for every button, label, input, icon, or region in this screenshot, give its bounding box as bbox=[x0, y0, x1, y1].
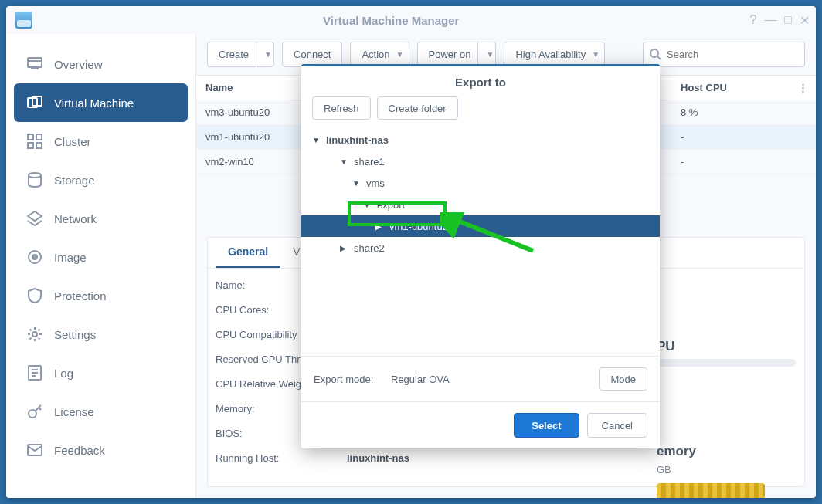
sidebar-label: Network bbox=[54, 212, 97, 225]
export-mode-label: Export mode: bbox=[314, 374, 391, 385]
chevron-down-icon: ▼ bbox=[352, 179, 363, 188]
storage-icon bbox=[26, 171, 43, 188]
prop-host-label: Running Host: bbox=[216, 452, 347, 464]
cluster-icon bbox=[26, 133, 43, 150]
minimize-button[interactable]: — bbox=[764, 13, 776, 28]
settings-icon bbox=[26, 326, 43, 343]
export-mode-value: Regular OVA bbox=[391, 374, 599, 385]
chevron-down-icon: ▼ bbox=[312, 136, 323, 144]
chevron-down-icon: ▼ bbox=[363, 201, 374, 209]
sidebar-item-image[interactable]: Image bbox=[6, 238, 195, 276]
sidebar-item-feedback[interactable]: Feedback bbox=[6, 431, 195, 469]
cpu-title: PU bbox=[657, 339, 796, 354]
sidebar-item-cluster[interactable]: Cluster bbox=[6, 122, 195, 161]
prop-host-value: linuxhint-nas bbox=[347, 452, 409, 464]
sidebar-label: Virtual Machine bbox=[54, 96, 134, 110]
chevron-right-icon: ▶ bbox=[375, 222, 386, 231]
tree-item-share2[interactable]: ▶share2 bbox=[301, 237, 660, 259]
chevron-right-icon: ▶ bbox=[340, 244, 351, 252]
svg-point-19 bbox=[650, 49, 658, 57]
sidebar-item-protection[interactable]: Protection bbox=[6, 276, 195, 315]
sidebar: Overview Virtual Machine Cluster Storage… bbox=[6, 34, 196, 498]
sidebar-label: Protection bbox=[54, 289, 107, 303]
sidebar-item-log[interactable]: Log bbox=[6, 353, 195, 392]
create-button[interactable]: Create bbox=[207, 42, 260, 67]
cancel-button[interactable]: Cancel bbox=[587, 413, 647, 438]
sidebar-item-virtual-machine[interactable]: Virtual Machine bbox=[14, 83, 188, 122]
maximize-button[interactable]: □ bbox=[784, 13, 792, 28]
cpu-bar bbox=[657, 359, 796, 367]
memory-strip-icon bbox=[657, 483, 765, 498]
svg-rect-7 bbox=[28, 143, 33, 148]
dialog-footer: Select Cancel bbox=[301, 402, 660, 448]
sidebar-item-network[interactable]: Network bbox=[6, 199, 195, 238]
memory-title: emory bbox=[657, 444, 796, 459]
sidebar-label: Overview bbox=[54, 58, 103, 71]
svg-line-20 bbox=[657, 56, 661, 59]
tree-item-export[interactable]: ▼export bbox=[301, 194, 660, 215]
tree-item-vms[interactable]: ▼vms bbox=[301, 172, 660, 194]
sidebar-item-overview[interactable]: Overview bbox=[6, 45, 195, 83]
svg-rect-8 bbox=[36, 143, 42, 148]
license-icon bbox=[26, 403, 43, 420]
sidebar-label: Log bbox=[54, 367, 73, 380]
sidebar-label: Storage bbox=[54, 174, 95, 187]
mode-button[interactable]: Mode bbox=[599, 367, 647, 391]
protection-icon bbox=[26, 287, 43, 304]
export-mode-row: Export mode: Regular OVA Mode bbox=[301, 356, 660, 402]
right-cards: PU emory GB bbox=[657, 339, 796, 498]
image-icon bbox=[26, 249, 43, 266]
tree-item-vm1[interactable]: ▶vm1-ubuntu20 bbox=[301, 215, 660, 237]
tree-item-share1[interactable]: ▼share1 bbox=[301, 151, 660, 172]
svg-point-12 bbox=[32, 332, 37, 337]
window-controls: ? — □ ✕ bbox=[749, 13, 810, 28]
column-menu-icon[interactable]: ⋮ bbox=[790, 76, 816, 100]
tab-general[interactable]: General bbox=[216, 238, 280, 268]
th-host-cpu[interactable]: Host CPU bbox=[671, 76, 790, 100]
sidebar-label: Settings bbox=[54, 328, 96, 341]
svg-rect-5 bbox=[28, 134, 33, 140]
chevron-down-icon: ▼ bbox=[396, 50, 404, 59]
sidebar-label: Image bbox=[54, 251, 87, 264]
svg-point-9 bbox=[29, 173, 41, 178]
select-button[interactable]: Select bbox=[514, 413, 579, 438]
chevron-down-icon: ▼ bbox=[340, 157, 351, 166]
svg-point-11 bbox=[32, 255, 37, 259]
close-button[interactable]: ✕ bbox=[800, 13, 810, 28]
titlebar: Virtual Machine Manager ? — □ ✕ bbox=[6, 6, 816, 34]
feedback-icon bbox=[26, 441, 43, 458]
search-icon bbox=[649, 48, 661, 60]
chevron-down-icon: ▼ bbox=[264, 50, 272, 59]
network-icon bbox=[26, 210, 43, 227]
sidebar-label: Feedback bbox=[54, 444, 105, 457]
sidebar-label: Cluster bbox=[54, 135, 91, 148]
create-folder-button[interactable]: Create folder bbox=[377, 96, 458, 120]
chevron-down-icon: ▼ bbox=[486, 50, 494, 59]
help-button[interactable]: ? bbox=[749, 13, 756, 28]
dialog-title: Export to bbox=[301, 66, 660, 96]
svg-rect-6 bbox=[36, 134, 42, 140]
folder-tree: ▼linuxhint-nas ▼share1 ▼vms ▼export ▶vm1… bbox=[301, 127, 660, 356]
sidebar-item-license[interactable]: License bbox=[6, 392, 195, 431]
sidebar-label: License bbox=[54, 405, 94, 418]
log-icon bbox=[26, 364, 43, 381]
sidebar-item-storage[interactable]: Storage bbox=[6, 161, 195, 199]
vm-icon bbox=[26, 94, 43, 111]
search-input[interactable] bbox=[643, 42, 805, 67]
refresh-button[interactable]: Refresh bbox=[312, 96, 371, 120]
tree-item-root[interactable]: ▼linuxhint-nas bbox=[301, 129, 660, 151]
sidebar-item-settings[interactable]: Settings bbox=[6, 315, 195, 353]
create-dropdown[interactable]: ▼ bbox=[256, 42, 274, 67]
dialog-toolbar: Refresh Create folder bbox=[301, 96, 660, 127]
svg-rect-0 bbox=[28, 58, 42, 67]
memory-sub: GB bbox=[657, 464, 796, 475]
export-dialog: Export to Refresh Create folder ▼linuxhi… bbox=[301, 64, 660, 448]
window-title: Virtual Machine Manager bbox=[32, 14, 749, 27]
overview-icon bbox=[26, 56, 43, 73]
chevron-down-icon: ▼ bbox=[592, 50, 600, 59]
app-icon bbox=[15, 12, 32, 29]
